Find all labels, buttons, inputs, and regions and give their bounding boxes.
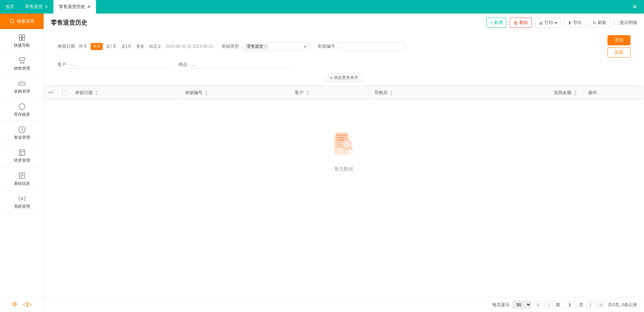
page-header: 零售退货历史 + 新增 🗑 删除 🖨 打印 ▾ ⬆ 导出 [44, 14, 644, 86]
refresh-button[interactable]: ↻ 刷新 [589, 18, 610, 28]
main-layout: 搜索菜单 快捷导航 销售管理 采购管理 库存核算 [0, 14, 644, 312]
top-tab-bar: 首页 零售退货 ✕ 零售退货历史 ✕ ✕ [0, 0, 644, 14]
show-detail-checkbox[interactable] [614, 20, 618, 25]
inventory-icon [18, 103, 26, 110]
operation-icon [18, 149, 26, 156]
content-area: 零售退货历史 + 新增 🗑 删除 🖨 打印 ▾ ⬆ 导出 [44, 14, 644, 312]
date-option-custom[interactable]: 自定义 [148, 43, 163, 50]
sidebar-item-operation[interactable]: 经营管理 [0, 144, 44, 167]
sidebar-item-basic-info[interactable]: 基础信息 [0, 167, 44, 190]
date-option-yesterday[interactable]: 昨天 [78, 43, 89, 50]
filter-actions: 查询 设置 [607, 35, 630, 58]
svg-point-19 [21, 198, 23, 200]
doc-type-tag-close[interactable]: × [264, 44, 267, 49]
svg-rect-4 [19, 38, 21, 40]
page-unit: 页 [579, 302, 583, 308]
filter-doc-type: 单据类型 零售退货 × ▾ [221, 42, 309, 51]
svg-point-6 [20, 62, 22, 64]
th-customer[interactable]: 客户 ▲▼ [290, 86, 370, 99]
tab-retail-return[interactable]: 零售退货 ✕ [20, 0, 53, 14]
svg-rect-25 [337, 137, 344, 138]
th-doc-date[interactable]: 单据日期 ▲▼ [71, 86, 181, 99]
filter-goods: 商品 [178, 61, 291, 68]
refresh-icon: ↻ [593, 20, 596, 25]
next-page-button[interactable]: ⟩ [586, 301, 594, 309]
empty-state: 暂无数据 [44, 100, 644, 199]
table-body: 暂无数据 [44, 99, 644, 199]
window-close-button[interactable]: ✕ [629, 3, 640, 10]
settings-button[interactable]: 设置 [607, 47, 630, 58]
page-size-select[interactable]: 20 50 100 [512, 300, 531, 309]
last-page-button[interactable]: ⟩⟩ [597, 301, 605, 309]
collapse-button[interactable]: ∧ 收起更多条件 [325, 73, 363, 82]
sort-doc-date: ▲▼ [95, 90, 98, 96]
sort-doc-num: ▲▼ [205, 90, 208, 96]
total-info: 共0页, 0条记录 [608, 302, 637, 308]
prev-page-button[interactable]: ⟨ [545, 301, 553, 309]
delete-button[interactable]: 🗑 删除 [510, 18, 532, 28]
sidebar-item-inventory[interactable]: 库存核算 [0, 98, 44, 121]
print-button[interactable]: 🖨 打印 ▾ [535, 18, 561, 28]
date-range-display: 2023-06-02 至 2023-06-02 [165, 44, 213, 49]
th-doc-num[interactable]: 单据编号 ▲▼ [181, 86, 290, 99]
sidebar-search[interactable]: 搜索菜单 [0, 14, 44, 29]
svg-point-7 [23, 62, 24, 64]
th-checkbox[interactable] [57, 86, 71, 99]
doc-num-input[interactable] [338, 42, 405, 51]
page-size-label: 每页显示 [492, 302, 510, 308]
window-close-area: ✕ [629, 3, 644, 10]
header-checkbox[interactable] [62, 90, 67, 95]
pagination-bar: 每页显示 20 50 100 ⟨⟨ ⟨ 第 页 ⟩ ⟩⟩ 共0页, 0条记录 [44, 297, 644, 312]
date-option-1month[interactable]: 近1月 [120, 43, 133, 50]
sidebar-item-sales-mgmt[interactable]: 销售管理 [0, 52, 44, 75]
search-icon [9, 19, 15, 24]
page-number-input[interactable] [563, 301, 576, 308]
volume-bottom-icon[interactable]: ◁▷ [23, 300, 32, 308]
th-guide[interactable]: 导购员 ▲▼ [370, 86, 464, 99]
customer-input[interactable] [69, 61, 170, 68]
th-action: 操作 [584, 86, 644, 99]
doc-type-tag: 零售退货 × [245, 43, 269, 50]
query-button[interactable]: 查询 [607, 35, 630, 45]
sales-icon [18, 57, 26, 64]
delete-icon: 🗑 [514, 20, 518, 25]
empty-icon [327, 127, 361, 161]
date-filter: 昨天 今天 近7天 近1月 更多 自定义 [78, 43, 163, 50]
tab-retail-return-history-close[interactable]: ✕ [87, 4, 91, 9]
sort-customer: ▲▼ [306, 90, 309, 96]
export-button[interactable]: ⬆ 导出 [564, 18, 586, 28]
goods-input[interactable] [190, 61, 291, 68]
purchase-icon [18, 80, 26, 87]
tab-home[interactable]: 首页 [0, 0, 20, 14]
tab-retail-return-history[interactable]: 零售退货历史 ✕ [53, 0, 96, 14]
gear-bottom-icon[interactable]: ⚙ [12, 300, 17, 308]
new-button[interactable]: + 新增 [486, 18, 506, 28]
svg-rect-12 [19, 150, 25, 156]
sidebar-item-purchase-mgmt[interactable]: 采购管理 [0, 75, 44, 98]
basic-info-icon [18, 172, 26, 179]
sort-actual-amount: ▲▼ [574, 90, 577, 96]
filter-customer: 客户 [57, 61, 170, 68]
table-container: 单据日期 ▲▼ 单据编号 ▲▼ 客户 ▲▼ 导购员 [44, 86, 644, 297]
th-actual-amount[interactable]: 实销金额 ▲▼ [464, 86, 584, 99]
export-icon: ⬆ [568, 20, 572, 25]
table-gear-icon [48, 90, 53, 95]
date-option-today[interactable]: 今天 [91, 43, 103, 50]
sidebar-item-finance[interactable]: 资金管理 [0, 121, 44, 144]
first-page-button[interactable]: ⟨⟨ [534, 301, 542, 309]
print-icon: 🖨 [539, 20, 543, 25]
sidebar-item-quick-nav[interactable]: 快捷导航 [0, 29, 44, 52]
doc-type-select[interactable]: 零售退货 × ▾ [242, 42, 309, 51]
svg-point-30 [345, 143, 348, 146]
th-gear[interactable] [44, 86, 57, 99]
sidebar-item-system[interactable]: 系统管理 [0, 190, 44, 213]
collapse-icon: ∧ [330, 75, 333, 80]
sort-guide: ▲▼ [390, 90, 393, 96]
system-icon [18, 195, 26, 202]
svg-point-0 [10, 19, 14, 23]
date-option-7days[interactable]: 近7天 [105, 43, 118, 50]
date-option-more[interactable]: 更多 [135, 43, 146, 50]
sidebar: 搜索菜单 快捷导航 销售管理 采购管理 库存核算 [0, 14, 44, 312]
show-detail-toggle[interactable]: 显示明细 [614, 20, 637, 26]
tab-retail-return-close[interactable]: ✕ [45, 4, 48, 9]
